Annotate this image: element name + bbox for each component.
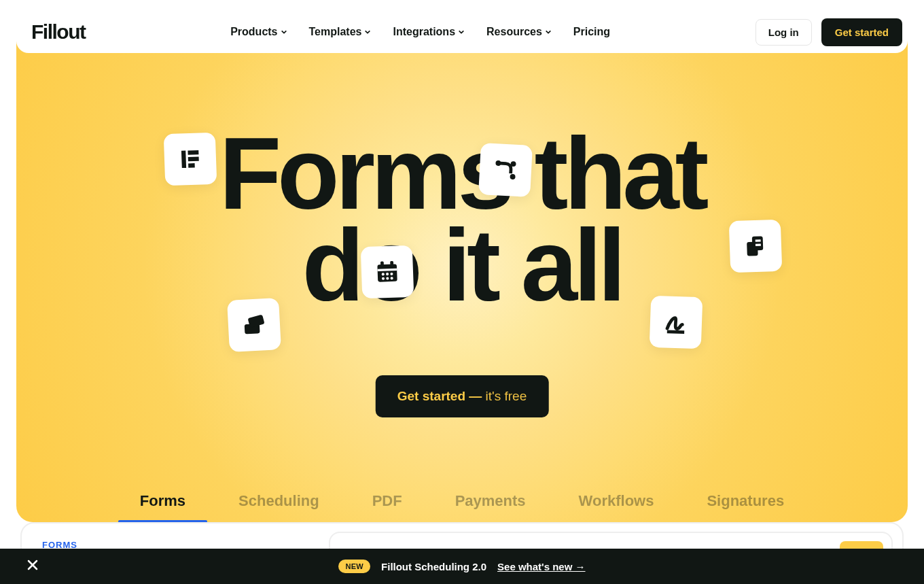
login-button[interactable]: Log in	[756, 19, 812, 46]
hero-cta-bold: Get started —	[397, 389, 482, 403]
svg-rect-18	[756, 239, 761, 241]
banner-close-button[interactable]	[26, 558, 39, 574]
chevron-down-icon	[458, 29, 465, 35]
nav-item-label: Templates	[309, 26, 362, 38]
floating-card-signature	[650, 296, 703, 349]
svg-point-2	[510, 174, 515, 179]
tab-scheduling[interactable]: Scheduling	[238, 492, 319, 522]
nav-item-label: Products	[230, 26, 277, 38]
nav-right: Log in Get started	[756, 18, 902, 46]
floating-card-workflow	[478, 143, 533, 197]
tab-pdf[interactable]: PDF	[372, 492, 402, 522]
chevron-down-icon	[281, 29, 287, 35]
nav-item-templates[interactable]: Templates	[309, 26, 372, 38]
svg-rect-5	[390, 261, 393, 267]
floating-card-copy	[729, 220, 783, 273]
svg-rect-17	[752, 236, 764, 250]
nav-links: Products Templates Integrations Resource…	[230, 26, 610, 38]
nav-item-pricing[interactable]: Pricing	[573, 26, 610, 38]
calendar-icon	[374, 258, 400, 285]
nav-item-products[interactable]: Products	[230, 26, 287, 38]
get-started-button[interactable]: Get started	[821, 18, 902, 46]
main-nav: Fillout Products Templates Integrations …	[16, 11, 908, 53]
hero-cta-light: it's free	[482, 389, 527, 403]
list-icon	[177, 145, 203, 172]
announcement-banner: NEW Fillout Scheduling 2.0 See what's ne…	[0, 549, 924, 584]
product-tabs: Forms Scheduling PDF Payments Workflows …	[16, 479, 908, 522]
floating-card-list	[164, 133, 217, 186]
nav-item-integrations[interactable]: Integrations	[393, 26, 465, 38]
banner-badge: NEW	[338, 560, 370, 573]
nav-item-label: Pricing	[573, 26, 610, 38]
floating-card-calendar	[361, 245, 414, 299]
svg-point-0	[495, 160, 501, 166]
floating-card-payment	[227, 298, 281, 352]
tab-signatures[interactable]: Signatures	[707, 492, 784, 522]
signature-icon	[662, 309, 689, 335]
nav-item-resources[interactable]: Resources	[486, 26, 552, 38]
svg-rect-14	[247, 315, 264, 328]
svg-rect-4	[380, 261, 384, 267]
hero-cta-button[interactable]: Get started — it's free	[376, 375, 549, 417]
hero-section: Fillout Products Templates Integrations …	[16, 11, 908, 522]
banner-link[interactable]: See what's new →	[497, 561, 585, 572]
payment-icon	[241, 311, 268, 339]
chevron-down-icon	[364, 29, 371, 35]
svg-rect-19	[756, 244, 761, 246]
tab-payments[interactable]: Payments	[455, 492, 526, 522]
nav-item-label: Integrations	[393, 26, 455, 38]
workflow-icon	[492, 156, 519, 184]
logo[interactable]: Fillout	[31, 20, 85, 44]
tab-workflows[interactable]: Workflows	[579, 492, 654, 522]
svg-line-15	[667, 332, 684, 332]
nav-item-label: Resources	[486, 26, 542, 38]
banner-text: Fillout Scheduling 2.0	[381, 561, 486, 572]
close-icon	[26, 558, 39, 572]
chevron-down-icon	[545, 29, 552, 35]
copy-icon	[742, 233, 768, 259]
heading-line-1: Forms that	[16, 128, 908, 220]
tab-forms[interactable]: Forms	[140, 492, 185, 522]
